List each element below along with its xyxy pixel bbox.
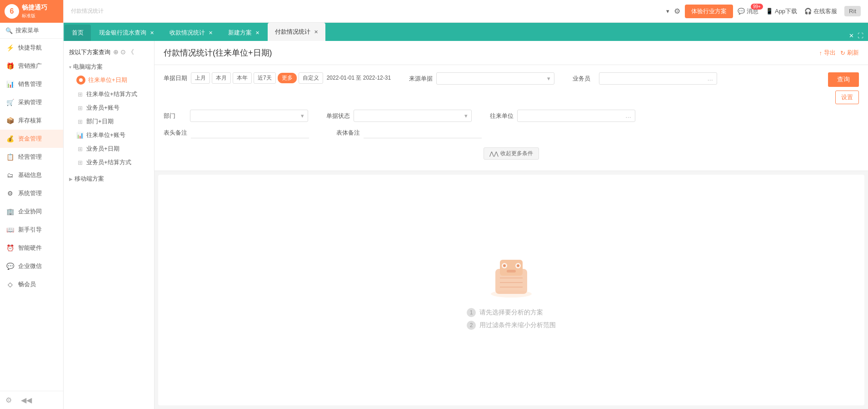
plan-item-staff-settle[interactable]: ⊞ 业务员+结算方式	[64, 156, 154, 169]
source-select[interactable]: ▾	[436, 72, 554, 85]
search-icon: 🔍	[5, 27, 13, 34]
plan-item-label: 往来单位+日期	[88, 76, 127, 84]
sidebar-item-purchase[interactable]: 🛒 采购管理	[0, 93, 63, 111]
message-button[interactable]: 💬 消息 99+	[738, 7, 758, 15]
staff-select[interactable]: …	[599, 72, 717, 85]
sidebar-item-system[interactable]: ⚙ 系统管理	[0, 184, 63, 202]
sidebar-footer: ⚙ ◀◀	[0, 391, 63, 409]
plan-active-dot	[76, 76, 85, 85]
svg-rect-7	[507, 270, 516, 273]
topbar-dropdown-icon[interactable]: ▾	[666, 8, 669, 15]
source-label: 来源单据	[409, 75, 433, 83]
right-panel: 付款情况统计(往来单位+日期) ↑ 导出 ↻ 刷新 单	[155, 41, 868, 409]
topbar-breadcrumb: 付款情况统计	[71, 7, 662, 15]
add-plan-icon[interactable]: ⊕	[113, 48, 119, 56]
tab-home[interactable]: 首页	[65, 25, 91, 41]
refresh-button[interactable]: ↻ 刷新	[840, 49, 859, 57]
sidebar-item-label: 畅会员	[18, 280, 36, 288]
collapse-up-icon: ⋀⋀	[489, 151, 499, 157]
sidebar-item-funds[interactable]: 💰 资金管理	[0, 130, 63, 148]
service-label: 在线客服	[813, 7, 837, 15]
headnote-label: 表头备注	[164, 129, 187, 137]
trial-button[interactable]: 体验行业方案	[685, 5, 733, 18]
filter-actions: 查询 设置	[828, 72, 859, 104]
sidebar-item-label: 基础信息	[18, 171, 42, 179]
query-button[interactable]: 查询	[828, 72, 859, 87]
tab-close-all-icon[interactable]: ✕	[849, 32, 854, 39]
sidebar-item-label: 经营管理	[18, 153, 42, 161]
sidebar-item-sales[interactable]: 📊 销售管理	[0, 75, 63, 93]
tab-new-plan-close-icon[interactable]: ✕	[255, 30, 259, 36]
quick-nav-icon: ⚡	[5, 43, 15, 52]
tab-new-plan[interactable]: 新建方案 ✕	[221, 25, 267, 41]
sidebar-item-guide[interactable]: 📖 新手引导	[0, 221, 63, 239]
tab-receipt-close-icon[interactable]: ✕	[209, 30, 213, 36]
main-area: 付款情况统计 ▾ ⚙ 体验行业方案 💬 消息 99+ 📱 App下载 🎧 在线客…	[64, 0, 868, 409]
sidebar-item-label: 新手引导	[18, 226, 42, 234]
hardware-icon: ⏰	[5, 243, 15, 252]
online-service-button[interactable]: 🎧 在线客服	[804, 7, 837, 15]
user-avatar[interactable]: Rit	[844, 6, 861, 16]
date-buttons: 上月 本月 本年 近7天 更多 自定义 2022-01-01 至 2022-12…	[191, 72, 391, 84]
plan-item-unit-account[interactable]: 📊 往来单位+账号	[64, 128, 154, 142]
headnote-input[interactable]	[191, 127, 309, 138]
date-btn-this-month[interactable]: 本月	[212, 72, 231, 84]
app-download-button[interactable]: 📱 App下载	[766, 7, 797, 15]
docstatus-select[interactable]: ▾	[354, 110, 472, 122]
tab-payment-close-icon[interactable]: ✕	[314, 29, 318, 35]
sidebar-item-operations[interactable]: 📋 经营管理	[0, 148, 63, 166]
sidebar-item-hardware[interactable]: ⏰ 智能硬件	[0, 239, 63, 257]
date-btn-7days[interactable]: 近7天	[254, 72, 276, 84]
plan-item-unit-date[interactable]: 往来单位+日期	[64, 73, 154, 87]
desktop-group-label: 电脑端方案	[73, 63, 103, 71]
bodynote-input[interactable]	[364, 127, 482, 138]
page-header: 付款情况统计(往来单位+日期) ↑ 导出 ↻ 刷新	[155, 41, 868, 65]
sidebar-item-base-info[interactable]: 🗂 基础信息	[0, 166, 63, 184]
desktop-group-title[interactable]: ▾ 电脑端方案	[64, 61, 154, 73]
date-btn-last-month[interactable]: 上月	[191, 72, 210, 84]
base-info-icon: 🗂	[5, 171, 15, 180]
tab-bank-close-icon[interactable]: ✕	[150, 30, 154, 36]
purchase-icon: 🛒	[5, 98, 15, 107]
content-area: 按以下方案查询 ⊕ ⊙ 《 ▾ 电脑端方案 往来单位+日期	[64, 41, 868, 409]
export-button[interactable]: ↑ 导出	[819, 49, 836, 57]
collapse-left-icon[interactable]: 《	[128, 48, 134, 56]
dept-label: 部门	[164, 112, 186, 120]
tab-receipt-stat[interactable]: 收款情况统计 ✕	[162, 25, 220, 41]
collapse-sidebar-icon[interactable]: ◀◀	[21, 396, 32, 404]
sidebar-item-wechat[interactable]: 💬 企业微信	[0, 257, 63, 275]
counterpart-select[interactable]: …	[517, 110, 635, 122]
manage-plan-icon[interactable]: ⊙	[120, 48, 126, 56]
collapse-button[interactable]: ⋀⋀ 收起更多条件	[484, 147, 539, 160]
sidebar-item-enterprise[interactable]: 🏢 企业协同	[0, 202, 63, 221]
plan-table-icon: ⊞	[76, 118, 84, 125]
tab-fullscreen-icon[interactable]: ⛶	[858, 32, 863, 39]
date-btn-more[interactable]: 更多	[278, 73, 297, 83]
sidebar-logo-name: 畅捷通巧	[22, 4, 47, 12]
page-header-actions: ↑ 导出 ↻ 刷新	[819, 49, 859, 57]
plan-item-dept-date[interactable]: ⊞ 部门+日期	[64, 115, 154, 128]
tab-payment-stat[interactable]: 付款情况统计 ✕	[268, 23, 325, 41]
setting-button[interactable]: 设置	[835, 91, 859, 104]
dept-select[interactable]: ▾	[190, 110, 308, 122]
bodynote-label: 表体备注	[336, 129, 360, 137]
topbar-gear-icon[interactable]: ⚙	[674, 7, 680, 15]
sidebar-item-member[interactable]: ◇ 畅会员	[0, 275, 63, 293]
filter-source-item: 来源单据 ▾	[409, 72, 554, 85]
sidebar-search[interactable]: 🔍 搜索菜单	[0, 23, 63, 39]
sidebar-item-marketing[interactable]: 🎁 营销推广	[0, 57, 63, 75]
date-btn-this-year[interactable]: 本年	[233, 72, 252, 84]
sidebar-item-quick-nav[interactable]: ⚡ 快捷导航	[0, 39, 63, 57]
sidebar-item-inventory[interactable]: 📦 库存核算	[0, 111, 63, 130]
counterpart-dropdown-icon: …	[625, 112, 631, 119]
date-btn-custom[interactable]: 自定义	[299, 72, 323, 84]
tab-bank[interactable]: 现金银行流水查询 ✕	[92, 25, 161, 41]
plan-item-staff-date[interactable]: ⊞ 业务员+日期	[64, 142, 154, 156]
settings-footer-icon[interactable]: ⚙	[5, 396, 12, 404]
svg-point-5	[503, 264, 506, 267]
empty-hints: 1 请先选择要分析的方案 2 用过滤条件来缩小分析范围	[467, 308, 556, 330]
plan-item-staff-account[interactable]: ⊞ 业务员+账号	[64, 101, 154, 115]
mobile-group-title[interactable]: ▶ 移动端方案	[64, 173, 154, 185]
plan-item-unit-settle[interactable]: ⊞ 往来单位+结算方式	[64, 87, 154, 101]
staff-dropdown-icon: …	[707, 75, 713, 82]
